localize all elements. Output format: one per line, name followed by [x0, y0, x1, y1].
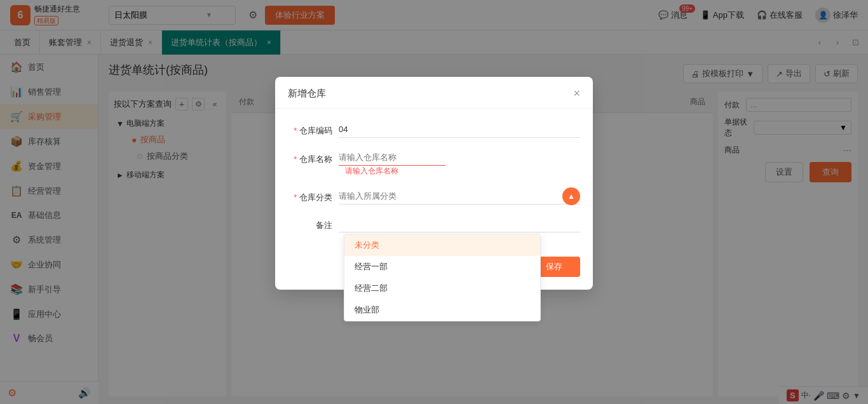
form-row-name: 仓库名称 请输入仓库名称 [288, 149, 580, 177]
category-input[interactable] [339, 188, 580, 205]
code-label: 仓库编码 [288, 121, 339, 137]
modal-title: 新增仓库 [288, 88, 326, 100]
dropdown-item-property[interactable]: 物业部 [344, 299, 540, 321]
category-dropdown-toggle[interactable]: ▲ [562, 187, 580, 205]
remark-input[interactable] [339, 216, 580, 232]
name-label: 仓库名称 [288, 150, 339, 165]
form-row-code: 仓库编码 [288, 121, 580, 138]
form-row-category: 仓库分类 ▲ [288, 188, 580, 205]
category-label: 仓库分类 [288, 188, 339, 203]
name-input[interactable] [339, 149, 445, 166]
name-error-msg: 请输入仓库名称 [345, 166, 398, 175]
form-row-remark: 备注 [288, 216, 580, 232]
dropdown-item-uncategorized[interactable]: 未分类 [344, 234, 540, 256]
category-dropdown-list: 未分类 经营一部 经营二部 物业部 [344, 234, 541, 321]
code-input[interactable] [339, 121, 580, 138]
remark-label: 备注 [288, 216, 339, 231]
category-select-wrap: ▲ [339, 188, 580, 205]
dropdown-item-dept1[interactable]: 经营一部 [344, 256, 540, 278]
modal-overlay: 新增仓库 × 仓库编码 仓库名称 请输入仓库名称 仓库分类 [0, 0, 868, 404]
modal-header: 新增仓库 × [275, 77, 593, 109]
dropdown-item-dept2[interactable]: 经营二部 [344, 278, 540, 299]
modal-close-button[interactable]: × [573, 87, 580, 100]
